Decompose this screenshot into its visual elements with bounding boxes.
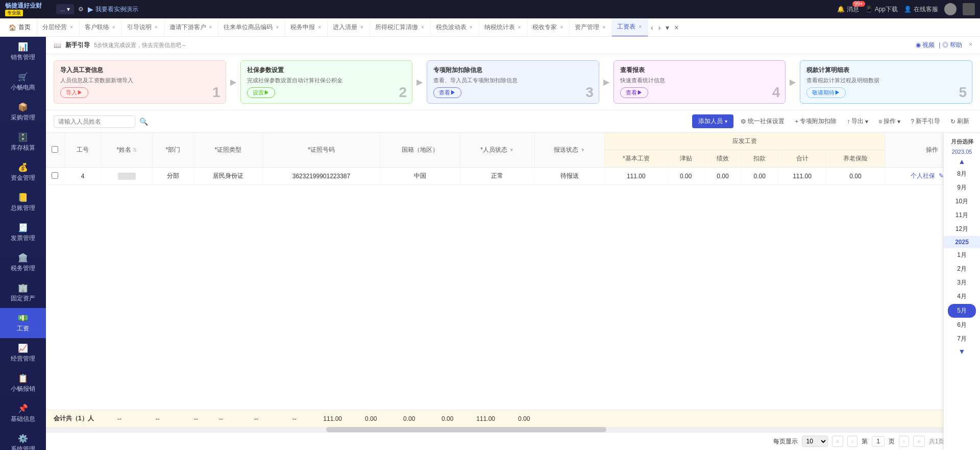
month-scroll-down-btn[interactable]: ▼ <box>957 346 967 357</box>
sidebar-item-purchase[interactable]: 📦 采购管理 <box>0 97 46 127</box>
demo-link[interactable]: ▶ 我要看实例演示 <box>88 5 138 14</box>
step-2-btn[interactable]: 设置▶ <box>247 87 275 98</box>
tab-tax-stat[interactable]: 纳税统计表 × <box>479 18 528 37</box>
close-tax-expert-icon[interactable]: × <box>559 24 564 31</box>
search-input[interactable] <box>54 115 135 128</box>
month-item-aug[interactable]: 8月 <box>944 167 980 181</box>
row-social-security-link[interactable]: 个人社保 <box>911 172 935 179</box>
export-action[interactable]: ↑ 导出 ▾ <box>844 115 871 128</box>
operations-icon: ≡ <box>878 118 882 125</box>
tab-home[interactable]: 🏠 首页 <box>3 18 37 37</box>
horizontal-scrollbar[interactable] <box>46 427 980 432</box>
search-btn[interactable]: 🔍 <box>139 117 148 126</box>
close-all-icon[interactable]: × <box>672 22 681 33</box>
tab-tax-expert[interactable]: 税收专家 × <box>527 18 570 37</box>
sidebar-item-marketing[interactable]: 📋 小畅报销 <box>0 368 46 398</box>
sidebar-item-inventory[interactable]: 🗄️ 库存核算 <box>0 127 46 157</box>
month-item-mar[interactable]: 3月 <box>944 276 980 290</box>
tab-guide[interactable]: 引导说明 × <box>122 18 164 37</box>
scroll-thumb[interactable] <box>326 427 606 432</box>
last-page-btn[interactable]: » <box>913 436 925 447</box>
month-item-oct[interactable]: 10月 <box>944 195 980 208</box>
month-item-sep[interactable]: 9月 <box>944 181 980 195</box>
month-item-feb[interactable]: 2月 <box>944 262 980 276</box>
step-4-btn[interactable]: 查看▶ <box>620 87 648 98</box>
close-tax-calc-icon[interactable]: × <box>420 24 425 31</box>
sidebar-item-basics[interactable]: 📌 基础信息 <box>0 398 46 429</box>
close-assets-icon[interactable]: × <box>601 24 606 31</box>
close-tax-exempt-icon[interactable]: × <box>469 24 474 31</box>
sidebar-item-system[interactable]: ⚙️ 系统管理 <box>0 429 46 450</box>
first-page-btn[interactable]: « <box>832 436 844 447</box>
sidebar-item-operations[interactable]: 📈 经营管理 <box>0 338 46 368</box>
tab-customer[interactable]: 客户联络 × <box>80 18 122 37</box>
tab-next-btn[interactable]: › <box>656 22 664 33</box>
app-download-btn[interactable]: 📱 App下载 <box>865 5 898 14</box>
guide-close-icon[interactable]: × <box>969 41 972 50</box>
social-security-action[interactable]: ⚙ 统一社保设置 <box>738 115 788 128</box>
sidebar-item-tax[interactable]: 🏛️ 税务管理 <box>0 248 46 278</box>
new-guide-action[interactable]: ? 新手引导 <box>908 115 943 128</box>
close-payroll-icon[interactable]: × <box>638 23 643 30</box>
close-invite-icon[interactable]: × <box>208 24 213 31</box>
online-service-btn[interactable]: 👤 在线客服 <box>904 5 938 14</box>
sidebar-item-payroll[interactable]: 💵 工资 <box>0 308 46 338</box>
add-employee-btn[interactable]: 添加人员 ▾ <box>692 114 733 128</box>
tab-payroll[interactable]: 工资表 × <box>612 18 648 37</box>
guide-help-link[interactable]: | ◎ 帮助 <box>939 41 962 50</box>
close-clearance-icon[interactable]: × <box>359 24 364 31</box>
tab-invite[interactable]: 邀请下游客户 × <box>164 18 219 37</box>
tab-tax-report[interactable]: 税务申报 × <box>285 18 328 37</box>
refresh-action[interactable]: ↻ 刷新 <box>947 115 972 128</box>
close-tax-stat-icon[interactable]: × <box>517 24 522 31</box>
select-all-checkbox[interactable] <box>52 146 58 153</box>
month-item-dec[interactable]: 12月 <box>944 222 980 236</box>
prev-page-btn[interactable]: ‹ <box>847 436 857 447</box>
sidebar-item-ledger[interactable]: 📒 总账管理 <box>0 187 46 218</box>
sidebar-item-fixed-assets[interactable]: 🏢 固定资产 <box>0 278 46 308</box>
page-size-select[interactable]: 10 20 50 100 <box>802 436 828 447</box>
tab-tax-exempt[interactable]: 税负波动表 × <box>431 18 479 37</box>
step-5-btn[interactable]: 敬请期待▶ <box>806 87 846 98</box>
month-item-jan[interactable]: 1月 <box>944 248 980 262</box>
home-icon: 🏠 <box>9 24 16 31</box>
tab-prev-btn[interactable]: ‹ <box>648 22 656 33</box>
tab-units[interactable]: 往来单位商品编码 × <box>218 18 285 37</box>
guide-video-link[interactable]: ◉ 视频 <box>916 41 935 50</box>
row-checkbox[interactable] <box>52 172 58 179</box>
tab-assets[interactable]: 资产管理 × <box>570 18 612 37</box>
sidebar-item-sales[interactable]: 📊 销售管理 <box>0 37 46 67</box>
operations-action[interactable]: ≡ 操作 ▾ <box>875 115 903 128</box>
next-page-btn[interactable]: › <box>899 436 909 447</box>
month-item-jun[interactable]: 6月 <box>944 318 980 332</box>
month-scroll-up-btn[interactable]: ▲ <box>957 156 967 167</box>
tab-tiered[interactable]: 分层经营 × <box>37 18 80 37</box>
close-tax-report-icon[interactable]: × <box>317 24 322 31</box>
month-item-nov[interactable]: 11月 <box>944 208 980 222</box>
close-guide-icon[interactable]: × <box>154 24 159 31</box>
th-pension: 养老保险 <box>826 150 885 168</box>
tab-clearance[interactable]: 进入清册 × <box>328 18 370 37</box>
step-1-btn[interactable]: 导入▶ <box>60 87 88 98</box>
message-btn[interactable]: 🔔 消息 99+ <box>837 5 859 14</box>
avatar[interactable] <box>944 3 957 15</box>
close-customer-icon[interactable]: × <box>111 24 116 31</box>
tab-dropdown-btn[interactable]: ▾ <box>663 22 672 33</box>
menu-icon[interactable] <box>963 3 975 15</box>
name-sort-icon[interactable]: ⇅ <box>133 147 137 153</box>
submit-filter-icon[interactable]: ▼ <box>580 147 585 153</box>
month-item-apr[interactable]: 4月 <box>944 290 980 303</box>
sidebar-item-ecommerce[interactable]: 🛒 小畅电商 <box>0 67 46 97</box>
close-tiered-icon[interactable]: × <box>69 24 74 31</box>
status-filter-icon[interactable]: ▼ <box>509 147 514 153</box>
close-units-icon[interactable]: × <box>275 24 280 31</box>
company-selector[interactable]: ... ▾ <box>56 4 74 14</box>
tab-tax-calc[interactable]: 所得税汇算清缴 × <box>370 18 431 37</box>
sidebar-item-invoice[interactable]: 🧾 发票管理 <box>0 218 46 248</box>
step-3-btn[interactable]: 查看▶ <box>433 87 461 98</box>
month-item-jul[interactable]: 7月 <box>944 332 980 346</box>
special-deduction-action[interactable]: + 专项附加扣除 <box>792 115 840 128</box>
settings-icon-btn[interactable]: ⚙ <box>78 6 84 13</box>
sidebar-item-capital[interactable]: 💰 资金管理 <box>0 157 46 187</box>
month-item-may[interactable]: 5月 <box>948 304 976 318</box>
